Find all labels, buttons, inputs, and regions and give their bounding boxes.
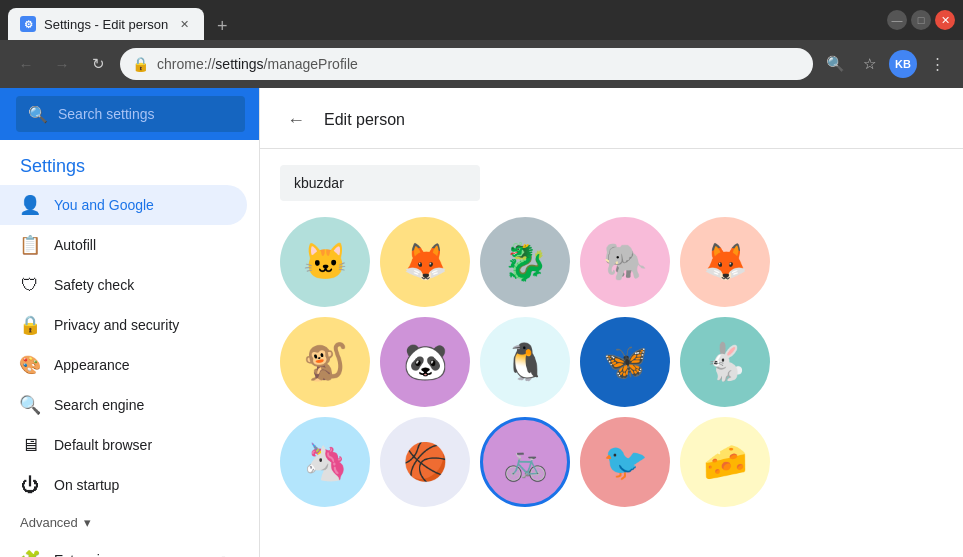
monkey-origami-icon: 🐒 xyxy=(291,328,358,395)
address-path: /manageProfile xyxy=(264,56,358,72)
sidebar-item-search-engine[interactable]: 🔍 Search engine xyxy=(0,385,247,425)
address-scheme: chrome:// xyxy=(157,56,215,72)
sidebar-item-label: Default browser xyxy=(54,437,152,453)
person-icon: 👤 xyxy=(20,195,40,215)
page-info-icon: 🔒 xyxy=(132,56,149,72)
avatar-option-panda[interactable]: 🐼 xyxy=(380,317,470,407)
avatar-option-cheese[interactable]: 🧀 xyxy=(680,417,770,507)
avatars-grid: 🐱 🦊 🐉 🐘 🦊 🐒 🐼 🐧 xyxy=(260,217,963,527)
basketball-icon: 🏀 xyxy=(391,428,458,495)
maximize-button[interactable]: □ xyxy=(911,10,931,30)
minimize-button[interactable]: — xyxy=(887,10,907,30)
bookmark-button[interactable]: ☆ xyxy=(855,50,883,78)
avatar-option-bicycle[interactable]: 🚲 xyxy=(480,417,570,507)
bird-origami-icon: 🐦 xyxy=(591,428,658,495)
browser-titlebar: ⚙ Settings - Edit person ✕ + — □ ✕ xyxy=(0,0,963,40)
fox2-origami-icon: 🦊 xyxy=(691,228,758,295)
sidebar: 🔍 Settings 👤 You and Google 📋 Autofill 🛡… xyxy=(0,88,260,557)
avatar-option-butterfly[interactable]: 🦋 xyxy=(580,317,670,407)
address-actions: 🔍 ☆ KB ⋮ xyxy=(821,50,951,78)
back-button[interactable]: ← xyxy=(280,104,312,136)
advanced-section[interactable]: Advanced ▾ xyxy=(0,505,259,540)
address-input[interactable]: 🔒 chrome://settings/manageProfile xyxy=(120,48,813,80)
active-tab[interactable]: ⚙ Settings - Edit person ✕ xyxy=(8,8,204,40)
panda-origami-icon: 🐼 xyxy=(391,328,458,395)
avatar-option-bird[interactable]: 🐦 xyxy=(580,417,670,507)
avatar-option-rabbit[interactable]: 🐇 xyxy=(680,317,770,407)
tab-favicon: ⚙ xyxy=(20,16,36,32)
address-host: settings xyxy=(215,56,263,72)
avatar-option-fox2[interactable]: 🦊 xyxy=(680,217,770,307)
sidebar-item-privacy-security[interactable]: 🔒 Privacy and security xyxy=(0,305,247,345)
lock-icon: 🔒 xyxy=(20,315,40,335)
avatar-option-dragon[interactable]: 🐉 xyxy=(480,217,570,307)
search-icon-button[interactable]: 🔍 xyxy=(821,50,849,78)
startup-icon: ⏻ xyxy=(20,475,40,495)
advanced-label: Advanced xyxy=(20,515,78,530)
external-link-icon: ↗ xyxy=(217,553,227,557)
fox-origami-icon: 🦊 xyxy=(391,228,458,295)
avatar-option-unicorn[interactable]: 🦄 xyxy=(280,417,370,507)
avatar-option-cat[interactable]: 🐱 xyxy=(280,217,370,307)
elephant-origami-icon: 🐘 xyxy=(591,228,658,295)
search-engine-icon: 🔍 xyxy=(20,395,40,415)
edit-person-header: ← Edit person xyxy=(260,88,963,149)
search-icon: 🔍 xyxy=(28,105,48,124)
sidebar-item-you-and-google[interactable]: 👤 You and Google xyxy=(0,185,247,225)
profile-avatar[interactable]: KB xyxy=(889,50,917,78)
close-button[interactable]: ✕ xyxy=(935,10,955,30)
name-input-wrap xyxy=(260,149,963,217)
menu-button[interactable]: ⋮ xyxy=(923,50,951,78)
palette-icon: 🎨 xyxy=(20,355,40,375)
address-bar: ← → ↻ 🔒 chrome://settings/manageProfile … xyxy=(0,40,963,88)
search-bar: 🔍 xyxy=(0,88,259,140)
autofill-icon: 📋 xyxy=(20,235,40,255)
bicycle-icon: 🚲 xyxy=(491,428,558,495)
shield-icon: 🛡 xyxy=(20,275,40,295)
extensions-icon: 🧩 xyxy=(20,550,40,557)
sidebar-item-label: On startup xyxy=(54,477,119,493)
window-controls: — □ ✕ xyxy=(887,10,955,30)
penguin-origami-icon: 🐧 xyxy=(491,328,558,395)
sidebar-item-label: Extensions xyxy=(54,552,122,557)
sidebar-item-safety-check[interactable]: 🛡 Safety check xyxy=(0,265,247,305)
app-layout: 🔍 Settings 👤 You and Google 📋 Autofill 🛡… xyxy=(0,88,963,557)
avatar-option-penguin[interactable]: 🐧 xyxy=(480,317,570,407)
forward-nav-button[interactable]: → xyxy=(48,50,76,78)
address-text: chrome://settings/manageProfile xyxy=(157,56,358,72)
tab-bar: ⚙ Settings - Edit person ✕ + xyxy=(8,0,236,40)
new-tab-button[interactable]: + xyxy=(208,12,236,40)
sidebar-item-extensions[interactable]: 🧩 Extensions ↗ xyxy=(0,540,247,557)
search-wrap: 🔍 xyxy=(16,96,245,132)
chevron-down-icon: ▾ xyxy=(84,515,91,530)
reload-button[interactable]: ↻ xyxy=(84,50,112,78)
sidebar-item-autofill[interactable]: 📋 Autofill xyxy=(0,225,247,265)
content-area: ← Edit person 🐱 🦊 🐉 🐘 🦊 xyxy=(260,88,963,557)
profile-name-input[interactable] xyxy=(280,165,480,201)
sidebar-item-label: Appearance xyxy=(54,357,130,373)
sidebar-item-on-startup[interactable]: ⏻ On startup xyxy=(0,465,247,505)
page-title: Edit person xyxy=(324,111,405,129)
sidebar-item-appearance[interactable]: 🎨 Appearance xyxy=(0,345,247,385)
avatar-option-monkey[interactable]: 🐒 xyxy=(280,317,370,407)
avatar-option-fox[interactable]: 🦊 xyxy=(380,217,470,307)
dragon-origami-icon: 🐉 xyxy=(491,228,558,295)
avatar-option-basketball[interactable]: 🏀 xyxy=(380,417,470,507)
tab-close-button[interactable]: ✕ xyxy=(176,16,192,32)
sidebar-item-label: Autofill xyxy=(54,237,96,253)
sidebar-item-label: You and Google xyxy=(54,197,154,213)
cheese-icon: 🧀 xyxy=(691,428,758,495)
avatar-option-elephant[interactable]: 🐘 xyxy=(580,217,670,307)
sidebar-item-label: Search engine xyxy=(54,397,144,413)
sidebar-title: Settings xyxy=(0,140,259,185)
rabbit-origami-icon: 🐇 xyxy=(691,328,758,395)
sidebar-item-label: Privacy and security xyxy=(54,317,179,333)
search-input[interactable] xyxy=(58,106,233,122)
unicorn-origami-icon: 🦄 xyxy=(291,428,358,495)
back-nav-button[interactable]: ← xyxy=(12,50,40,78)
butterfly-origami-icon: 🦋 xyxy=(591,328,658,395)
tab-title: Settings - Edit person xyxy=(44,17,168,32)
sidebar-item-default-browser[interactable]: 🖥 Default browser xyxy=(0,425,247,465)
browser-icon: 🖥 xyxy=(20,435,40,455)
sidebar-item-label: Safety check xyxy=(54,277,134,293)
